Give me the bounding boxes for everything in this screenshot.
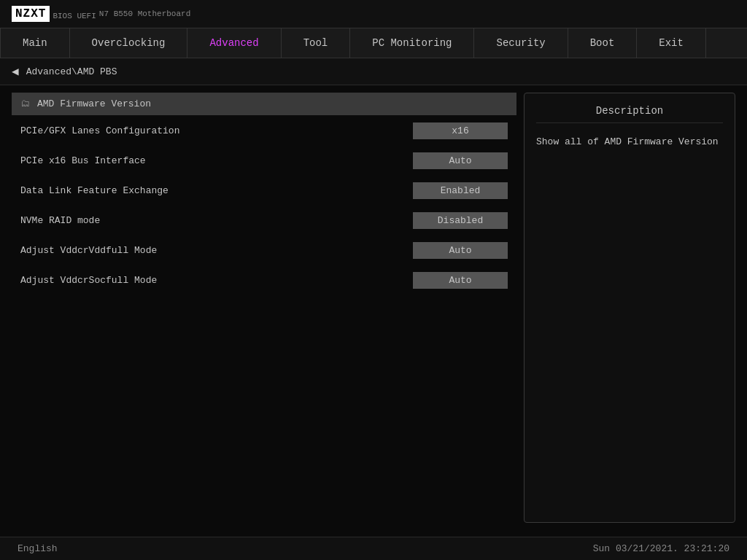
model-label: N7 B550 Motherboard	[99, 9, 190, 18]
breadcrumb-text: Advanced\AMD PBS	[26, 66, 117, 77]
settings-value-data-link[interactable]: Enabled	[413, 182, 508, 199]
breadcrumb: ◀ Advanced\AMD PBS	[0, 58, 747, 85]
header: NZXT BIOS UEFI N7 B550 Motherboard	[0, 0, 747, 28]
nav-tab-exit[interactable]: Exit	[637, 28, 706, 58]
nzxt-logo: NZXT	[12, 6, 50, 22]
settings-item-data-link[interactable]: Data Link Feature ExchangeEnabled	[12, 176, 516, 205]
footer-language: English	[18, 543, 58, 554]
main-content: 🗂 AMD Firmware VersionPCIe/GFX Lanes Con…	[0, 85, 747, 530]
settings-item-amd-firmware[interactable]: 🗂 AMD Firmware Version	[12, 93, 516, 115]
settings-label-pcie-x16: PCIe x16 Bus Interface	[20, 155, 413, 166]
nav-tab-advanced[interactable]: Advanced	[187, 28, 281, 58]
back-arrow[interactable]: ◀	[12, 64, 19, 79]
description-panel: Description Show all of AMD Firmware Ver…	[524, 93, 735, 523]
firmware-icon: 🗂	[20, 98, 30, 109]
settings-item-pcie-x16[interactable]: PCIe x16 Bus InterfaceAuto	[12, 147, 516, 175]
settings-label-pcie-gfx: PCIe/GFX Lanes Configuration	[20, 125, 413, 136]
settings-label-data-link: Data Link Feature Exchange	[20, 185, 413, 196]
settings-label-vddcr-socfull: Adjust VddcrSocfull Mode	[20, 275, 413, 286]
navigation: MainOverclockingAdvancedToolPC Monitorin…	[0, 28, 747, 58]
settings-label-nvme-raid: NVMe RAID mode	[20, 215, 413, 226]
nav-tab-pc-monitoring[interactable]: PC Monitoring	[350, 28, 474, 58]
description-title: Description	[536, 105, 723, 123]
footer-datetime: Sun 03/21/2021. 23:21:20	[593, 543, 729, 554]
settings-item-pcie-gfx[interactable]: PCIe/GFX Lanes Configurationx16	[12, 117, 516, 145]
bios-label: BIOS UEFI	[53, 12, 96, 20]
nav-tab-security[interactable]: Security	[474, 28, 568, 58]
nav-tab-main[interactable]: Main	[0, 28, 70, 58]
footer: English Sun 03/21/2021. 23:21:20	[0, 537, 747, 560]
settings-item-nvme-raid[interactable]: NVMe RAID modeDisabled	[12, 206, 516, 235]
nav-tab-tool[interactable]: Tool	[282, 28, 351, 58]
settings-value-vddcr-vddfull[interactable]: Auto	[413, 242, 508, 259]
nav-tab-overclocking[interactable]: Overclocking	[70, 28, 188, 58]
settings-value-pcie-gfx[interactable]: x16	[413, 122, 508, 139]
settings-item-vddcr-vddfull[interactable]: Adjust VddcrVddfull ModeAuto	[12, 236, 516, 265]
logo: NZXT BIOS UEFI N7 B550 Motherboard	[12, 6, 190, 22]
settings-value-pcie-x16[interactable]: Auto	[413, 152, 508, 169]
description-text: Show all of AMD Firmware Version	[536, 135, 723, 149]
nav-tab-boot[interactable]: Boot	[568, 28, 638, 58]
settings-label-amd-firmware: AMD Firmware Version	[37, 98, 508, 109]
settings-item-vddcr-socfull[interactable]: Adjust VddcrSocfull ModeAuto	[12, 266, 516, 295]
settings-value-nvme-raid[interactable]: Disabled	[413, 212, 508, 229]
settings-panel: 🗂 AMD Firmware VersionPCIe/GFX Lanes Con…	[12, 93, 516, 523]
settings-value-vddcr-socfull[interactable]: Auto	[413, 272, 508, 289]
settings-label-vddcr-vddfull: Adjust VddcrVddfull Mode	[20, 245, 413, 256]
